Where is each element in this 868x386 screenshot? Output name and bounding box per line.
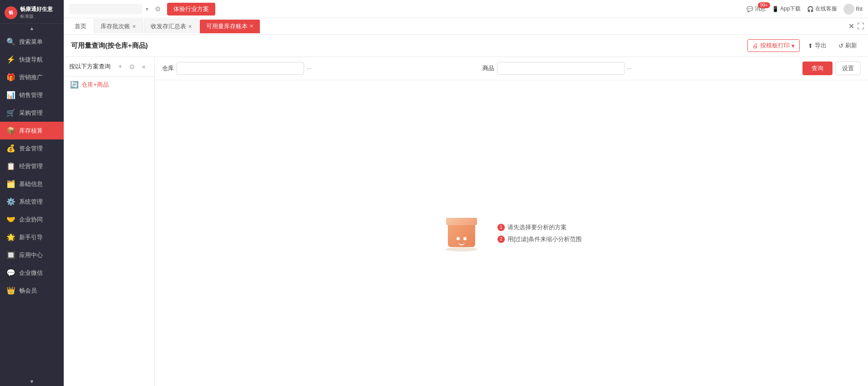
scheme-settings-button[interactable]: ⊙ [127, 62, 137, 72]
topbar-search-area[interactable] [69, 4, 142, 14]
user-menu-button[interactable]: Rit [843, 4, 863, 15]
sidebar-item-basic-info[interactable]: 🗂️ 基础信息 [0, 175, 64, 193]
industry-solution-button[interactable]: 体验行业方案 [167, 3, 215, 15]
apps-icon: 🔲 [6, 251, 15, 259]
message-button[interactable]: 💬 消息 99+ [746, 5, 766, 13]
goods-more-icon[interactable]: ··· [627, 65, 632, 72]
tab-batch-ledger-close[interactable]: ✕ [132, 24, 136, 30]
online-service-button[interactable]: 🎧 在线客服 [807, 5, 837, 13]
chart-icon: 📊 [6, 91, 15, 99]
hint-2-text: 用[过滤]条件来缩小分析范围 [508, 235, 582, 243]
avatar [843, 4, 854, 15]
sidebar-item-label: 畅会员 [19, 287, 37, 295]
scheme-collapse-button[interactable]: « [139, 62, 149, 72]
sidebar: 畅 畅康通好生意 标准版 ▲ 🔍 搜索菜单 ⚡ 快捷导航 🎁 营销推广 📊 销售… [0, 0, 64, 386]
sidebar-item-cooperation[interactable]: 🤝 企业协同 [0, 211, 64, 228]
query-button[interactable]: 查询 [802, 62, 832, 75]
sidebar-scroll-down[interactable]: ▼ [0, 377, 64, 386]
tab-home[interactable]: 首页 [68, 20, 93, 33]
gift-icon: 🎁 [6, 73, 15, 82]
sidebar-item-finance[interactable]: 💰 资金管理 [0, 139, 64, 157]
sidebar-item-label: 经营管理 [19, 162, 43, 170]
sidebar-logo: 畅 [5, 6, 17, 19]
sidebar-item-label: 营销推广 [19, 73, 43, 82]
sidebar-item-inventory[interactable]: 📦 库存核算 [0, 122, 64, 139]
tabbar-right-actions: ✕ ⛶ [848, 22, 868, 31]
tab-expand-button[interactable]: ⛶ [857, 22, 864, 31]
tab-collection-summary[interactable]: 收发存汇总表 ✕ [144, 19, 199, 33]
sidebar-item-label: 资金管理 [19, 144, 43, 153]
tab-batch-ledger-label: 库存批次账 [101, 22, 130, 31]
warehouse-filter-input[interactable] [177, 62, 304, 75]
hint-1-text: 请先选择要分析的方案 [508, 223, 567, 232]
refresh-button[interactable]: ↺ 刷新 [835, 40, 861, 51]
empty-hint-2: 2 用[过滤]条件来缩小分析范围 [497, 235, 582, 243]
crown-icon: 👑 [6, 286, 15, 295]
wechat-icon: 💬 [6, 268, 15, 277]
scheme-panel-title: 按以下方案查询 [69, 62, 111, 71]
scheme-add-button[interactable]: ＋ [115, 62, 125, 72]
tab-available-ledger[interactable]: 可用量库存账本 ✕ [200, 20, 260, 33]
sidebar-item-sales[interactable]: 📊 销售管理 [0, 86, 64, 104]
sidebar-item-marketing[interactable]: 🎁 营销推广 [0, 68, 64, 86]
tab-available-ledger-close[interactable]: ✕ [249, 23, 254, 29]
sidebar-scroll-up[interactable]: ▲ [0, 24, 64, 33]
sidebar-item-shortcut[interactable]: ⚡ 快捷导航 [0, 51, 64, 68]
page-header-actions: 🖨 按模板打印 ▾ ⬆ 导出 ↺ 刷新 [747, 39, 861, 52]
warehouse-more-icon[interactable]: ··· [307, 65, 311, 72]
sidebar-item-label: 企业微信 [19, 269, 43, 277]
goods-filter-input[interactable] [497, 62, 624, 75]
filter-group-goods: 商品 ··· [482, 62, 796, 75]
message-icon: 💬 [746, 6, 753, 12]
tab-close-button[interactable]: ✕ [848, 22, 854, 31]
clipboard-icon: 📋 [6, 162, 15, 170]
sidebar-item-system[interactable]: ⚙️ 系统管理 [0, 193, 64, 211]
scheme-panel: 按以下方案查询 ＋ ⊙ « 🔄 仓库+商品 [64, 57, 155, 386]
tab-collection-summary-close[interactable]: ✕ [188, 24, 192, 30]
app-download-button[interactable]: 📱 App下载 [772, 5, 801, 13]
filter-bar: 仓库 ··· 商品 ··· 查询 设置 [155, 57, 868, 80]
sidebar-item-label: 系统管理 [19, 198, 43, 206]
sidebar-item-wechat[interactable]: 💬 企业微信 [0, 264, 64, 282]
sidebar-item-label: 快捷导航 [19, 56, 43, 64]
sidebar-item-search[interactable]: 🔍 搜索菜单 [0, 33, 64, 51]
filter-group-warehouse: 仓库 ··· [162, 62, 475, 75]
sidebar-item-purchase[interactable]: 🛒 采购管理 [0, 104, 64, 122]
sidebar-item-operations[interactable]: 📋 经营管理 [0, 157, 64, 175]
warehouse-filter-label: 仓库 [162, 64, 174, 72]
topbar-gear-icon[interactable]: ⚙ [152, 5, 163, 13]
box-illustration [441, 211, 482, 252]
template-print-button[interactable]: 🖨 按模板打印 ▾ [747, 39, 800, 52]
topbar-dropdown-icon[interactable]: ▾ [146, 6, 148, 12]
sidebar-brand: 畅康通好生意 标准版 [20, 5, 53, 20]
sidebar-brand-tag: 标准版 [20, 13, 53, 20]
sidebar-item-newbie[interactable]: 🌟 新手引导 [0, 228, 64, 246]
sidebar-item-label: 基础信息 [19, 180, 43, 188]
page-header: 可用量查询(按仓库+商品) 🖨 按模板打印 ▾ ⬆ 导出 ↺ 刷新 [64, 35, 868, 57]
handshake-icon: 🤝 [6, 215, 15, 224]
sidebar-item-app-center[interactable]: 🔲 应用中心 [0, 246, 64, 264]
box-icon: 📦 [6, 126, 15, 135]
sidebar-item-label: 销售管理 [19, 91, 43, 99]
topbar-search-text [73, 5, 106, 13]
lightning-icon: ⚡ [6, 55, 15, 64]
message-badge: 99+ [758, 2, 770, 8]
scheme-item-warehouse-goods[interactable]: 🔄 仓库+商品 [64, 77, 154, 93]
scheme-panel-header: 按以下方案查询 ＋ ⊙ « [64, 57, 154, 77]
export-button[interactable]: ⬆ 导出 [804, 40, 830, 51]
cart-icon: 🛒 [6, 108, 15, 117]
star-icon: 🌟 [6, 233, 15, 242]
tab-batch-ledger[interactable]: 库存批次账 ✕ [94, 19, 143, 33]
sidebar-item-label: 企业协同 [19, 216, 43, 224]
filter-settings-button[interactable]: 设置 [835, 62, 861, 75]
main-area: ▾ ⚙ 体验行业方案 💬 消息 99+ 📱 App下载 🎧 在线客服 Rit [64, 0, 868, 386]
headset-icon: 🎧 [807, 6, 814, 12]
scheme-item-icon: 🔄 [70, 81, 79, 89]
search-icon: 🔍 [6, 37, 15, 46]
sidebar-item-member[interactable]: 👑 畅会员 [0, 282, 64, 299]
print-dropdown-icon: ▾ [792, 42, 795, 49]
empty-hint-1: 1 请先选择要分析的方案 [497, 223, 582, 232]
sidebar-brand-name: 畅康通好生意 [20, 5, 53, 13]
content-area: 按以下方案查询 ＋ ⊙ « 🔄 仓库+商品 仓库 ··· [64, 57, 868, 386]
sidebar-item-label: 应用中心 [19, 251, 43, 259]
